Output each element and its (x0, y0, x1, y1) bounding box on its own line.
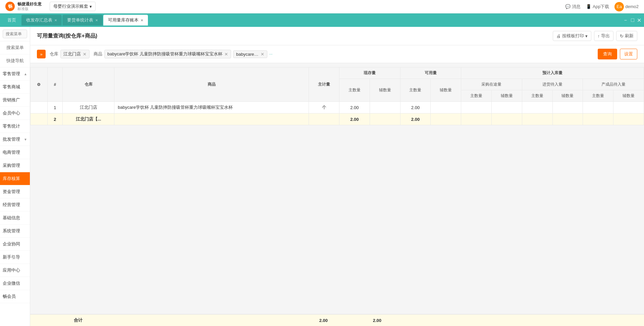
sidebar-item-purchase-mgmt[interactable]: 采购管理 (0, 159, 30, 172)
minimize-btn[interactable]: － (623, 17, 628, 24)
col-available-aux: 辅数量 (431, 79, 461, 102)
sidebar-item-enterprise-collab[interactable]: 企业协同 (0, 238, 30, 251)
sidebar-item-member-vip[interactable]: 畅会员 (0, 290, 30, 303)
page-header: 可用量查询(按仓库+商品) 🖨 按模板打印 ▾ ↑ 导出 ↻ 刷新 (30, 27, 644, 45)
row-finished-aux (613, 113, 644, 125)
brand-sub: 标准版 (17, 6, 42, 11)
nav-right: － □ ✕ (623, 17, 641, 24)
row-finished-main (583, 113, 613, 125)
col-incoming-group: 进货待入量 (522, 79, 583, 90)
row-available-main: 2.00 (400, 113, 431, 125)
row-incoming-main (522, 113, 552, 125)
row-stock-aux (370, 102, 400, 113)
export-btn[interactable]: ↑ 导出 (594, 31, 614, 41)
logo-icon: 畅 (5, 2, 15, 11)
tab-order-stats[interactable]: 要货单统计表 ✕ (62, 15, 103, 26)
top-bar-left: 畅 畅捷通好生意 标准版 母婴行业演示账套 ▾ (5, 2, 96, 11)
user-profile[interactable]: Ea demo2 (614, 2, 639, 11)
row-available-aux (431, 102, 461, 113)
message-btn[interactable]: 💬 消息 (565, 4, 581, 10)
product-tag-1-remove[interactable]: ✕ (224, 52, 228, 57)
sidebar-item-finance-mgmt[interactable]: 资金管理 (0, 185, 30, 198)
col-num: # (47, 67, 62, 102)
col-purchase-transit-group: 采购在途量 (461, 79, 522, 90)
row-unit (309, 113, 339, 125)
sidebar-item-enterprise-wechat[interactable]: 企业微信 (0, 277, 30, 290)
row-warehouse: 江北门店 (62, 102, 114, 113)
tab-close-available-stock[interactable]: ✕ (141, 18, 143, 22)
filter-bar: » 仓库 江北门店 ✕ 商品 babycare学饮杯 儿童防摔防撞吸管杯重力球吸… (30, 45, 644, 63)
close-btn[interactable]: ✕ (637, 17, 641, 24)
settings-btn[interactable]: 设置 (620, 49, 637, 59)
row-settings-icon (31, 102, 48, 113)
col-available-group: 可用量 (400, 67, 461, 79)
sidebar-item-ecommerce-mgmt[interactable]: 电商管理 (0, 146, 30, 159)
row-available-aux (431, 113, 461, 125)
chevron-icon: ▲ (24, 72, 27, 76)
col-purchase-transit-aux: 辅数量 (491, 90, 522, 102)
footer-stock-main: 2.00 (319, 318, 328, 323)
sidebar-item-app-center[interactable]: 应用中心 (0, 264, 30, 277)
col-incoming-main: 主数量 (522, 90, 552, 102)
sidebar-item-marketing[interactable]: 营销推广 (0, 94, 30, 107)
tab-home[interactable]: 首页 (3, 15, 21, 26)
sidebar-item-basic-info[interactable]: 基础信息 (0, 212, 30, 225)
row-num: 2 (47, 113, 62, 125)
nav-tabs: 首页 收发存汇总表 ✕ 要货单统计表 ✕ 可用量库存账本 ✕ － □ ✕ (0, 13, 644, 27)
row-stock-aux (370, 113, 400, 125)
sidebar-item-inventory-check[interactable]: 库存核算 (0, 172, 30, 185)
sidebar-item-operations-mgmt[interactable]: 经营管理 (0, 198, 30, 212)
table-footer: 合计 2.00 2.00 (30, 314, 644, 326)
table-area: ⚙ # 仓库 商品 主计量 现存量 可用量 预计入库量 主数量 辅数量 主数量 … (30, 63, 644, 326)
sidebar-item-retail-mgmt[interactable]: 零售管理 ▲ (0, 67, 30, 81)
col-warehouse: 仓库 (62, 67, 114, 102)
sidebar-item-sys-mgmt[interactable]: 系统管理 (0, 225, 30, 238)
refresh-btn[interactable]: ↻ 刷新 (616, 31, 637, 41)
row-num: 1 (47, 102, 62, 113)
row-purchase-transit-main (461, 102, 492, 113)
sidebar-nav-shortcuts[interactable]: 快捷导航 (0, 54, 30, 67)
template-print-btn[interactable]: 🖨 按模板打印 ▾ (553, 31, 591, 41)
row-incoming-aux (552, 102, 583, 113)
page-actions: 🖨 按模板打印 ▾ ↑ 导出 ↻ 刷新 (553, 31, 638, 41)
row-warehouse: 江北门店【... (62, 113, 114, 125)
industry-selector[interactable]: 母婴行业演示账套 ▾ (50, 2, 96, 11)
col-settings: ⚙ (31, 67, 48, 102)
product-filter: 商品 babycare学饮杯 儿童防摔防撞吸管杯重力球吸嘴杯宝宝水杯 ✕ bab… (94, 50, 273, 58)
filter-more-btn[interactable]: ··· (269, 52, 273, 56)
filter-expand-btn[interactable]: » (37, 50, 46, 58)
sidebar-item-retail-mall[interactable]: 零售商城 (0, 81, 30, 94)
sidebar-item-member-center[interactable]: 会员中心 (0, 107, 30, 120)
top-bar: 畅 畅捷通好生意 标准版 母婴行业演示账套 ▾ 💬 消息 📱 App下载 Ea … (0, 0, 644, 13)
row-incoming-main (522, 102, 552, 113)
sidebar-nav-search[interactable]: 搜索菜单 (0, 41, 30, 54)
page-title: 可用量查询(按仓库+商品) (37, 33, 97, 40)
row-unit: 个 (309, 102, 339, 113)
main-layout: 搜索菜单 快捷导航 零售管理 ▲ 零售商城 营销推广 会员中心 零售统计 批发管… (0, 27, 644, 326)
row-stock-main: 2.00 (339, 113, 370, 125)
table-row: 1 江北门店 babycare学饮杯 儿童防摔防撞吸管杯重力球吸嘴杯宝宝水杯 个… (31, 102, 644, 113)
app-download-btn[interactable]: 📱 App下载 (586, 4, 609, 10)
search-input[interactable] (3, 30, 27, 38)
col-finished-group: 产成品待入量 (583, 79, 644, 90)
brand-info: 畅捷通好生意 标准版 (17, 2, 42, 11)
row-purchase-transit-aux (491, 113, 522, 125)
product-tag-2-remove[interactable]: ✕ (261, 52, 264, 57)
tab-receive-summary[interactable]: 收发存汇总表 ✕ (21, 15, 62, 26)
maximize-btn[interactable]: □ (631, 17, 634, 23)
tab-close-receive-summary[interactable]: ✕ (54, 18, 57, 22)
col-available-main: 主数量 (400, 79, 431, 102)
sidebar-search-area (0, 27, 30, 41)
row-purchase-transit-aux (491, 102, 522, 113)
sidebar-item-retail-stats[interactable]: 零售统计 (0, 120, 30, 133)
row-purchase-transit-main (461, 113, 492, 125)
tab-close-order-stats[interactable]: ✕ (95, 18, 98, 22)
warehouse-tag-remove[interactable]: ✕ (83, 52, 87, 57)
tab-available-stock[interactable]: 可用量库存账本 ✕ (103, 15, 148, 26)
col-forecast-group: 预计入库量 (461, 67, 644, 79)
col-purchase-transit-main: 主数量 (461, 90, 492, 102)
col-unit: 主计量 (309, 67, 339, 102)
sidebar-item-new-guide[interactable]: 新手引导 (0, 251, 30, 264)
query-btn[interactable]: 查询 (598, 49, 617, 59)
sidebar-item-wholesale-mgmt[interactable]: 批发管理 ▼ (0, 133, 30, 146)
